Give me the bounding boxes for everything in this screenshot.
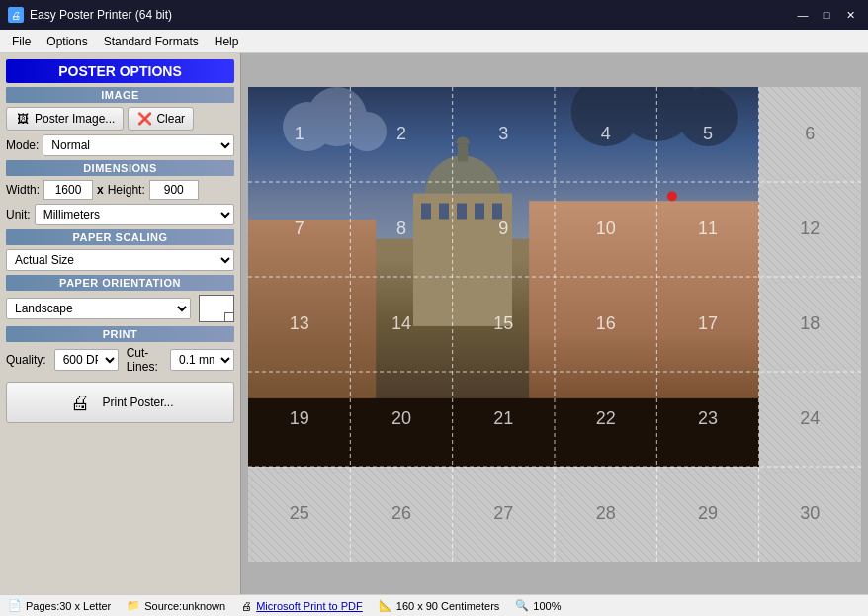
mode-label: Mode: <box>6 138 39 152</box>
menu-file[interactable]: File <box>4 33 39 50</box>
left-panel: POSTER OPTIONS IMAGE 🖼 Poster Image... ❌… <box>0 53 241 594</box>
status-bar: 📄 Pages:30 x Letter 📁 Source:unknown 🖨 M… <box>0 594 868 616</box>
orientation-row: Landscape Portrait <box>6 295 234 322</box>
app-title: Easy Poster Printer (64 bit) <box>30 8 172 22</box>
clear-button[interactable]: ❌ Clear <box>128 107 194 131</box>
unit-label: Unit: <box>6 208 31 221</box>
menu-bar: File Options Standard Formats Help <box>0 30 868 53</box>
source-icon: 📁 <box>127 599 140 612</box>
width-label: Width: <box>6 183 40 197</box>
poster-grid <box>248 87 861 562</box>
printer-link[interactable]: Microsoft Print to PDF <box>256 600 363 612</box>
image-icon: 🖼 <box>15 111 31 127</box>
dimensions-row: Width: x Height: <box>6 180 234 200</box>
cutlines-select[interactable]: None 0.1 mm 0.5 mm 1.0 mm <box>170 349 234 371</box>
height-label: Height: <box>108 183 145 197</box>
orientation-select[interactable]: Landscape Portrait <box>6 298 191 319</box>
image-section-header: IMAGE <box>6 87 234 103</box>
quality-cutlines-row: Quality: 300 DPI 600 DPI 1200 DPI Cut-Li… <box>6 346 234 374</box>
status-dimensions: 📐 160 x 90 Centimeters <box>379 599 500 612</box>
print-section-header: PRINT <box>6 326 234 342</box>
menu-options[interactable]: Options <box>39 33 95 50</box>
print-poster-button[interactable]: 🖨 Print Poster... <box>6 382 234 423</box>
poster-options-title: POSTER OPTIONS <box>6 59 234 83</box>
status-printer: 🖨 Microsoft Print to PDF <box>241 600 363 612</box>
unit-select[interactable]: Millimeters Centimeters Inches Pixels <box>35 204 234 225</box>
paper-scaling-section-header: PAPER SCALING <box>6 229 234 245</box>
page-preview <box>199 295 234 322</box>
printer-icon: 🖨 <box>66 389 94 416</box>
menu-help[interactable]: Help <box>207 33 247 50</box>
minimize-button[interactable]: — <box>793 5 813 25</box>
title-bar-controls: — □ ✕ <box>793 5 860 25</box>
height-input[interactable] <box>149 180 199 200</box>
image-buttons-row: 🖼 Poster Image... ❌ Clear <box>6 107 234 131</box>
quality-select[interactable]: 300 DPI 600 DPI 1200 DPI <box>54 349 119 371</box>
app-icon: 🖨 <box>8 7 24 23</box>
title-bar-left: 🖨 Easy Poster Printer (64 bit) <box>8 7 172 23</box>
printer-status-icon: 🖨 <box>241 600 252 612</box>
right-panel <box>241 53 868 594</box>
unit-row: Unit: Millimeters Centimeters Inches Pix… <box>6 204 234 225</box>
mode-row: Mode: Normal Fit Stretch Tile <box>6 134 234 156</box>
quality-label: Quality: <box>6 353 46 367</box>
clear-icon: ❌ <box>136 111 152 127</box>
menu-standard-formats[interactable]: Standard Formats <box>96 33 207 50</box>
cutlines-label: Cut-Lines: <box>127 346 162 374</box>
poster-canvas <box>248 87 861 562</box>
dimensions-section-header: DIMENSIONS <box>6 160 234 176</box>
maximize-button[interactable]: □ <box>817 5 836 25</box>
poster-image-button[interactable]: 🖼 Poster Image... <box>6 107 124 131</box>
pages-icon: 📄 <box>8 599 22 612</box>
mode-select[interactable]: Normal Fit Stretch Tile <box>43 134 234 156</box>
status-source: 📁 Source:unknown <box>127 599 225 612</box>
dim-separator: x <box>97 183 104 197</box>
status-pages: 📄 Pages:30 x Letter <box>8 599 111 612</box>
zoom-icon: 🔍 <box>515 599 529 612</box>
title-bar: 🖨 Easy Poster Printer (64 bit) — □ ✕ <box>0 0 868 30</box>
paper-scaling-select[interactable]: Actual Size Fit to Page Custom <box>6 249 234 271</box>
paper-orientation-section-header: PAPER ORIENTATION <box>6 275 234 291</box>
width-input[interactable] <box>43 180 93 200</box>
main-content: POSTER OPTIONS IMAGE 🖼 Poster Image... ❌… <box>0 53 868 594</box>
paper-scaling-row: Actual Size Fit to Page Custom <box>6 249 234 271</box>
status-zoom: 🔍 100% <box>515 599 561 612</box>
close-button[interactable]: ✕ <box>840 5 860 25</box>
ruler-icon: 📐 <box>379 599 392 612</box>
